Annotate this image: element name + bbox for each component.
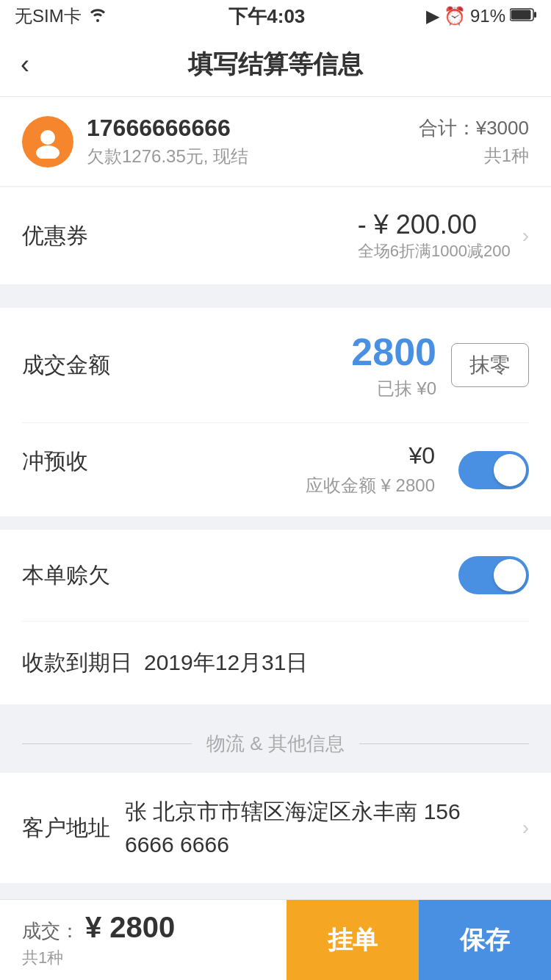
footer-left: 成交： ¥ 2800 共1种 [0,911,287,969]
battery-text: 91% [470,6,505,26]
alarm-icon: ⏰ [444,6,466,26]
coupon-discount: - ¥ 200.00 [358,209,511,240]
amount-value-wrap: 2800 已抹 ¥0 [351,330,436,400]
address-key: 客户地址 [22,813,110,843]
prepay-row: 冲预收 ¥0 应收金额 ¥ 2800 [22,422,529,516]
back-button[interactable]: ‹ [21,49,29,80]
footer: 成交： ¥ 2800 共1种 挂单 保存 [0,899,551,980]
svg-rect-2 [511,10,530,20]
prepay-toggle[interactable] [458,451,529,489]
prepay-receivable: 应收金额 ¥ 2800 [306,474,435,497]
svg-rect-1 [534,12,536,18]
carrier-text: 无SIM卡 [15,4,82,28]
logistics-label: 物流 & 其他信息 [206,731,345,757]
coupon-desc: 全场6折满1000减200 [358,240,511,262]
amount-label: 成交金额 [22,350,110,381]
user-left: 17666666666 欠款1276.35元, 现结 [22,115,248,168]
nav-bar: ‹ 填写结算等信息 [0,32,551,97]
debt-row: 本单赊欠 [22,530,529,621]
user-total: 合计：¥3000 共1种 [419,115,529,167]
debt-toggle[interactable] [458,556,529,594]
wifi-icon [87,6,108,26]
footer-deal-label: 成交： [22,918,79,944]
prepay-amount: ¥0 [408,442,435,469]
avatar [22,116,73,167]
user-debt: 欠款1276.35元, 现结 [87,145,248,168]
due-date: 2019年12月31日 [144,648,308,678]
footer-amount: ¥ 2800 [85,911,175,944]
user-info: 17666666666 欠款1276.35元, 现结 [87,115,248,168]
status-time: 下午4:03 [228,4,305,29]
total-label: 合计：¥3000 [419,115,529,141]
logistics-divider: 物流 & 其他信息 [0,731,551,757]
coupon-label: 优惠券 [22,221,88,251]
debt-section: 本单赊欠 收款到期日 2019年12月31日 [0,530,551,705]
prepay-right: ¥0 应收金额 ¥ 2800 [306,442,435,497]
page-title: 填写结算等信息 [188,48,363,82]
footer-count: 共1种 [22,947,264,969]
status-left: 无SIM卡 [15,4,108,28]
round-button[interactable]: 抹零 [451,343,529,387]
due-row: 收款到期日 2019年12月31日 [22,621,529,705]
svg-point-3 [40,130,55,145]
pending-button[interactable]: 挂单 [287,900,419,981]
amount-value: 2800 [351,330,436,374]
address-value: 张 北京市市辖区海淀区永丰南 156 6666 6666 [125,795,515,861]
address-section[interactable]: 客户地址 张 北京市市辖区海淀区永丰南 156 6666 6666 › [0,773,551,883]
user-card: 17666666666 欠款1276.35元, 现结 合计：¥3000 共1种 [0,97,551,186]
save-button[interactable]: 保存 [419,900,551,981]
section-divider-1 [0,296,551,308]
debt-label: 本单赊欠 [22,561,110,591]
amount-row: 成交金额 2800 已抹 ¥0 抹零 [22,308,529,422]
section-divider-2 [0,518,551,530]
status-bar: 无SIM卡 下午4:03 ▶ ⏰ 91% [0,0,551,32]
prepay-label: 冲预收 [22,442,88,477]
address-arrow-icon: › [522,816,529,840]
logistics-section: 物流 & 其他信息 [0,716,551,771]
amount-section: 成交金额 2800 已抹 ¥0 抹零 冲预收 ¥0 应收金额 ¥ 2800 [0,308,551,516]
svg-point-4 [36,145,60,159]
coupon-right: - ¥ 200.00 全场6折满1000减200 › [358,209,529,262]
amount-sub: 已抹 ¥0 [351,377,436,400]
location-icon: ▶ [426,6,439,26]
amount-right: 2800 已抹 ¥0 抹零 [351,330,529,400]
user-phone: 17666666666 [87,115,248,142]
status-right: ▶ ⏰ 91% [426,6,536,26]
battery-icon [510,6,536,26]
coupon-arrow-icon: › [522,224,529,248]
address-row[interactable]: 客户地址 张 北京市市辖区海淀区永丰南 156 6666 6666 › [0,773,551,883]
due-label: 收款到期日 [22,648,132,678]
coupon-row[interactable]: 优惠券 - ¥ 200.00 全场6折满1000减200 › [0,187,551,284]
total-count: 共1种 [419,144,529,167]
